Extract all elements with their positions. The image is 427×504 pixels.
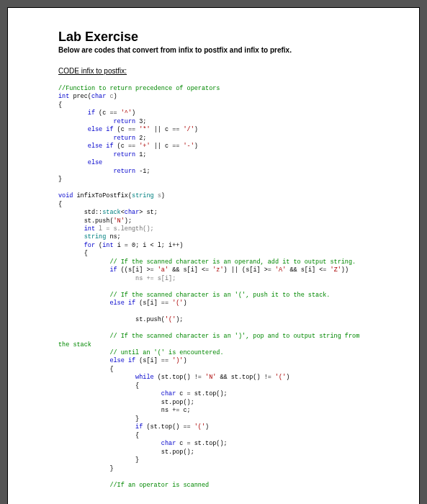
code-block: //Function to return precedence of opera… bbox=[58, 85, 383, 490]
code-comment: // If the scanned character is an operan… bbox=[58, 258, 356, 266]
document-page: Lab Exercise Below are codes that conver… bbox=[7, 7, 420, 504]
page-title: Lab Exercise bbox=[58, 30, 383, 45]
code-comment: the stack bbox=[58, 341, 91, 348]
code-comment: // If the scanned character is an '(', p… bbox=[58, 292, 330, 299]
code-comment: // If the scanned character is an ')', p… bbox=[58, 333, 359, 340]
page-subtitle: Below are codes that convert from infix … bbox=[58, 46, 383, 54]
code-comment: //Function to return precedence of opera… bbox=[58, 85, 220, 92]
code-comment: //If an operator is scanned bbox=[58, 482, 209, 489]
section-heading: CODE infix to postfix: bbox=[58, 67, 383, 75]
code-comment: // until an '(' is encountered. bbox=[58, 349, 224, 356]
